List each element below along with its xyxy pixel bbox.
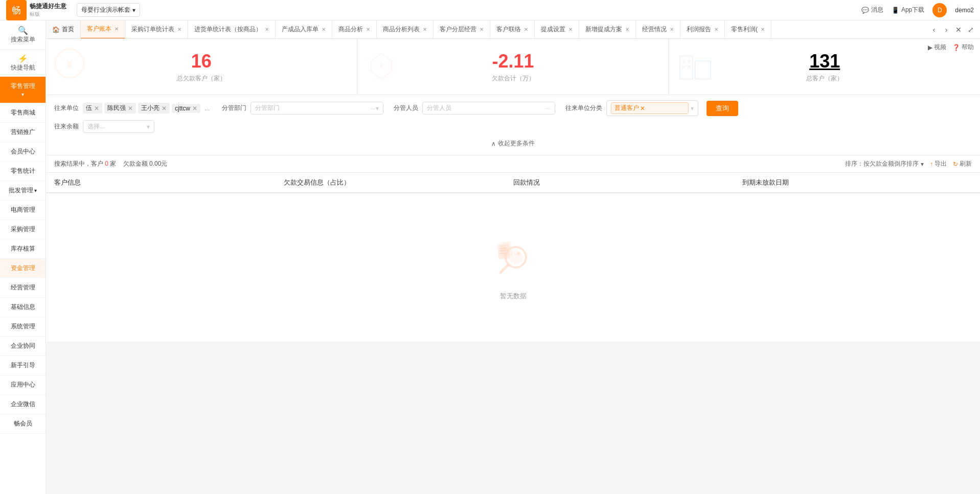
- filter-unit-label: 往来单位: [54, 104, 79, 113]
- sidebar-item-enterprise-wechat[interactable]: 企业微信: [0, 395, 45, 414]
- sidebar-item-membership[interactable]: 会员中心: [0, 142, 45, 162]
- app-download-btn[interactable]: 📱 App下载: [892, 6, 924, 14]
- tab-close-production[interactable]: ✕: [322, 27, 326, 32]
- sidebar-item-wholesale-mgmt[interactable]: 批发管理 ▾: [0, 181, 45, 200]
- logo: 畅 畅捷通好生意 标版: [6, 0, 66, 20]
- tab-controls: ‹ › ✕ ⤢: [925, 25, 980, 35]
- tab-close-purchase-stats[interactable]: ✕: [265, 27, 269, 32]
- chevron-down-icon: ▾: [147, 123, 150, 130]
- sidebar-item-finance[interactable]: 资金管理: [0, 259, 45, 278]
- sort-label: 排序：按欠款金额倒序排序: [845, 160, 919, 168]
- filter-category-close[interactable]: ✕: [640, 105, 645, 112]
- filter-tag-close-2[interactable]: ✕: [128, 105, 133, 112]
- tab-customer-contact[interactable]: 客户联络 ✕: [490, 20, 535, 39]
- tab-close-profit-report[interactable]: ✕: [714, 27, 718, 32]
- filter-unit-class-label: 往来单位分类: [565, 104, 602, 113]
- filter-unit-class-select[interactable]: 普通客户 ✕ ▾: [606, 100, 698, 116]
- filter-balance-select[interactable]: 选择... ▾: [83, 120, 154, 133]
- tab-goods-analysis[interactable]: 商品分析 ✕: [332, 20, 377, 39]
- tab-goods-analysis-list[interactable]: 商品分析列表 ✕: [377, 20, 434, 39]
- chevron-up-icon: ∧: [491, 140, 496, 147]
- filter-balance-label: 往来余额: [54, 122, 79, 131]
- tab-customer-segment[interactable]: 客户分层经营 ✕: [434, 20, 490, 39]
- refresh-btn[interactable]: ↻ 刷新: [953, 160, 972, 168]
- tab-close-purchase-orders[interactable]: ✕: [177, 27, 181, 32]
- filter-tag-more[interactable]: ...: [202, 104, 212, 113]
- tab-prev-btn[interactable]: ‹: [929, 25, 939, 35]
- sidebar-item-retail-mgmt[interactable]: 零售管理 ▾: [0, 77, 45, 103]
- tab-bar: 🏠 首页 客户账本 ✕ 采购订单统计表 ✕ 进货单统计表（按商品） ✕ 产成品入…: [46, 20, 980, 39]
- message-btn[interactable]: 💬 消息: [861, 6, 883, 14]
- sidebar-item-ecommerce[interactable]: 电商管理: [0, 200, 45, 220]
- chevron-down-icon: ▾: [691, 105, 694, 112]
- sidebar-item-operations[interactable]: 经营管理: [0, 278, 45, 298]
- tab-close-operation[interactable]: ✕: [670, 27, 674, 32]
- tab-close-promotion-settings[interactable]: ✕: [568, 27, 573, 32]
- sidebar-item-app-center[interactable]: 应用中心: [0, 375, 45, 395]
- workspace-selector[interactable]: 母婴行业演示帐套 ▾: [77, 3, 140, 17]
- tab-purchase-orders[interactable]: 采购订单统计表 ✕: [125, 20, 188, 39]
- filter-category-tag-1[interactable]: 普通客户 ✕: [611, 102, 689, 114]
- tab-operation[interactable]: 经营情况 ✕: [636, 20, 680, 39]
- tab-new-plan[interactable]: 新增提成方案 ✕: [579, 20, 636, 39]
- tab-next-btn[interactable]: ›: [941, 25, 951, 35]
- tab-production[interactable]: 产成品入库单 ✕: [276, 20, 332, 39]
- tab-retail-profit[interactable]: 零售利润( ✕: [725, 20, 771, 39]
- tab-home[interactable]: 🏠 首页: [46, 20, 81, 39]
- sidebar-item-new-guide[interactable]: 新手引导: [0, 356, 45, 375]
- sidebar-item-basic-info[interactable]: 基础信息: [0, 298, 45, 317]
- query-btn[interactable]: 查询: [706, 101, 738, 116]
- sort-select[interactable]: 排序：按欠款金额倒序排序 ▾: [845, 160, 924, 168]
- filter-row-2: 往来余额 选择... ▾: [54, 120, 972, 133]
- sidebar-item-enterprise[interactable]: 企业协同: [0, 336, 45, 356]
- avatar[interactable]: D: [932, 3, 947, 17]
- results-bar: 搜索结果中，客户 0 家 欠款金额 0.00元 排序：按欠款金额倒序排序 ▾: [46, 155, 980, 173]
- filter-person-select[interactable]: 分管人员 ···: [422, 102, 555, 115]
- results-summary: 搜索结果中，客户 0 家 欠款金额 0.00元: [54, 160, 167, 168]
- tab-close-all-btn[interactable]: ✕: [953, 25, 964, 35]
- tab-close-goods-analysis-list[interactable]: ✕: [423, 27, 427, 32]
- svg-rect-8: [688, 65, 691, 68]
- filter-tag-1[interactable]: 伍 ✕: [83, 103, 102, 114]
- svg-rect-7: [682, 65, 686, 68]
- filter-tag-close-1[interactable]: ✕: [94, 105, 99, 112]
- sidebar-item-vip-member[interactable]: 畅会员: [0, 414, 45, 434]
- svg-text:✦: ✦: [377, 60, 385, 71]
- chevron-down-icon: ▾: [132, 7, 135, 14]
- tab-customers[interactable]: 客户账本 ✕: [81, 20, 125, 39]
- filter-tag-3[interactable]: 王小亮 ✕: [138, 103, 170, 114]
- collapse-btn[interactable]: ∧ 收起更多条件: [491, 139, 535, 148]
- export-btn[interactable]: ↑ 导出: [930, 160, 947, 168]
- sidebar-item-search[interactable]: 🔍 搜索菜单: [0, 20, 45, 50]
- table-header-customer: 客户信息: [54, 178, 284, 187]
- sidebar-item-retail-mall[interactable]: 零售商城: [0, 103, 45, 123]
- tab-close-goods-analysis[interactable]: ✕: [366, 27, 370, 32]
- top-bar: 畅 畅捷通好生意 标版 母婴行业演示帐套 ▾ 💬 消息 📱 App下载 D de…: [0, 0, 980, 20]
- filter-tag-close-3[interactable]: ✕: [162, 105, 167, 112]
- tab-close-customer-contact[interactable]: ✕: [524, 27, 528, 32]
- chevron-down-icon: ▾: [376, 105, 379, 112]
- filter-tag-close-4[interactable]: ✕: [192, 105, 197, 112]
- top-bar-right: 💬 消息 📱 App下载 D demo2: [861, 3, 974, 17]
- sidebar-item-retail-stats[interactable]: 零售统计: [0, 162, 45, 181]
- tab-profit-report[interactable]: 利润报告 ✕: [680, 20, 725, 39]
- tab-close-new-plan[interactable]: ✕: [625, 27, 629, 32]
- sidebar-item-quick-nav[interactable]: ⚡ 快捷导航: [0, 50, 45, 77]
- sidebar-item-marketing[interactable]: 营销推广: [0, 123, 45, 142]
- stat-label-debtors: 总欠款客户（家）: [177, 74, 226, 83]
- svg-point-12: [517, 252, 520, 255]
- stat-label-debt: 欠款合计（万）: [492, 74, 535, 83]
- svg-line-17: [499, 253, 506, 254]
- sidebar-item-inventory[interactable]: 库存核算: [0, 239, 45, 259]
- tab-purchase-stats[interactable]: 进货单统计表（按商品） ✕: [188, 20, 276, 39]
- tab-close-customers[interactable]: ✕: [115, 26, 119, 32]
- tab-close-retail-profit[interactable]: ✕: [761, 27, 765, 32]
- tab-fullscreen-btn[interactable]: ⤢: [966, 25, 976, 35]
- sidebar-item-sys-mgmt[interactable]: 系统管理: [0, 317, 45, 336]
- tab-promotion-settings[interactable]: 提成设置 ✕: [535, 20, 579, 39]
- filter-tag-4[interactable]: cjttcw ✕: [172, 104, 200, 113]
- filter-dept-select[interactable]: 分管部门 ··· ▾: [250, 102, 383, 115]
- tab-close-customer-segment[interactable]: ✕: [480, 27, 484, 32]
- filter-tag-2[interactable]: 陈民强 ✕: [104, 103, 136, 114]
- sidebar-item-purchase-mgmt[interactable]: 采购管理: [0, 220, 45, 239]
